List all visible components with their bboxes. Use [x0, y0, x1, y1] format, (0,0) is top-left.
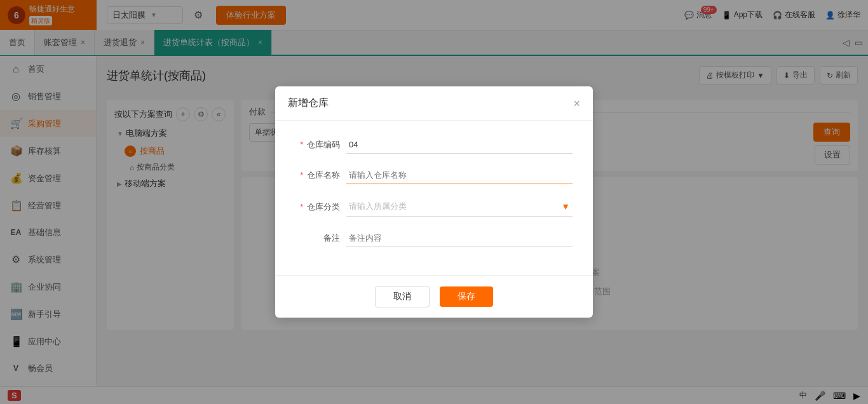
code-required-mark: * [300, 140, 303, 149]
warehouse-code-input[interactable] [346, 136, 573, 154]
name-label: * 仓库名称 [295, 170, 346, 181]
category-required-mark: * [300, 202, 303, 212]
form-row-category: * 仓库分类 请输入所属分类 ▼ [295, 197, 573, 217]
name-required-mark: * [300, 170, 303, 180]
new-warehouse-modal: 新增仓库 × * 仓库编码 * 仓库名称 [275, 86, 593, 318]
modal-overlay: 新增仓库 × * 仓库编码 * 仓库名称 [0, 0, 868, 404]
category-arrow-icon: ▼ [561, 201, 570, 212]
category-placeholder: 请输入所属分类 [349, 201, 561, 212]
modal-header: 新增仓库 × [275, 86, 593, 121]
remark-label: 备注 [295, 232, 346, 244]
category-label: * 仓库分类 [295, 201, 346, 213]
modal-title: 新增仓库 [288, 97, 329, 110]
code-label: * 仓库编码 [295, 139, 346, 151]
warehouse-remark-input[interactable] [346, 229, 573, 247]
warehouse-name-input[interactable] [346, 166, 573, 184]
form-row-remark: 备注 [295, 229, 573, 247]
category-select[interactable]: 请输入所属分类 ▼ [346, 197, 573, 217]
form-row-name: * 仓库名称 [295, 166, 573, 184]
form-row-code: * 仓库编码 [295, 136, 573, 154]
cancel-button[interactable]: 取消 [375, 286, 430, 307]
save-button[interactable]: 保存 [440, 286, 493, 307]
modal-footer: 取消 保存 [275, 275, 593, 318]
modal-close-button[interactable]: × [573, 98, 580, 109]
modal-body: * 仓库编码 * 仓库名称 * 仓库分类 请输入 [275, 121, 593, 275]
